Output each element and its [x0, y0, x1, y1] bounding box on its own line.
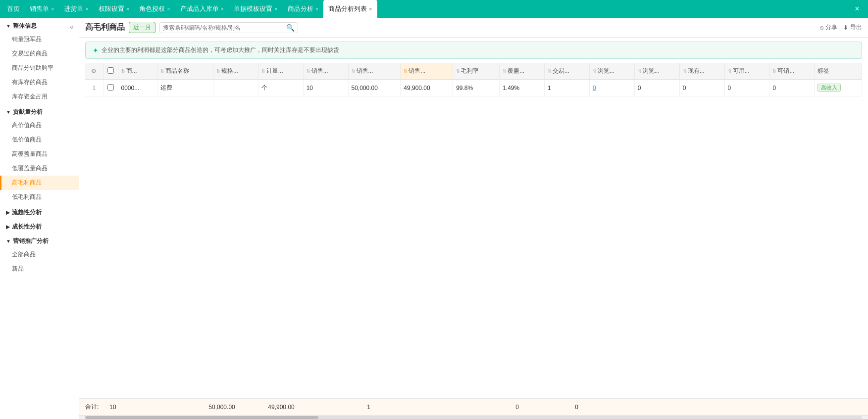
- sidebar-item-distribution[interactable]: 商品分销助购率: [0, 61, 79, 75]
- search-input[interactable]: [163, 24, 286, 31]
- window-close-button[interactable]: ×: [848, 0, 866, 18]
- content-header: 高毛利商品 近一月 🔍 ⎋ 分享 ⬇ 导出: [79, 18, 868, 38]
- row-tag: 高收入: [815, 80, 862, 96]
- nav-sales-order[interactable]: 销售单 ×: [25, 0, 59, 18]
- nav-purchase-order[interactable]: 进货单 ×: [59, 0, 93, 18]
- footer-sales-qty: 10: [106, 404, 205, 411]
- sidebar-item-in-stock[interactable]: 有库存的商品: [0, 75, 79, 90]
- nav-role[interactable]: 角色授权 ×: [134, 0, 175, 18]
- search-box: 🔍: [159, 22, 298, 33]
- row-browse2: 0: [634, 80, 679, 96]
- page-title: 高毛利商品: [85, 22, 125, 33]
- scrollbar-thumb[interactable]: [85, 416, 318, 419]
- row-current-stock: 0: [679, 80, 724, 96]
- col-header-browse2[interactable]: ⇅浏览...: [634, 63, 679, 80]
- row-sales-profit: 49,900.00: [401, 80, 453, 96]
- nav-home[interactable]: 首页: [2, 0, 25, 18]
- group-arrow-growth: ▶: [6, 224, 10, 230]
- row-name: 运费: [157, 80, 213, 96]
- col-header-coverage[interactable]: ⇅覆盖...: [500, 63, 545, 80]
- col-header-browse1[interactable]: ⇅浏览...: [589, 63, 634, 80]
- footer-sellable: 0: [572, 404, 612, 411]
- footer-values: 10 50,000.00 49,900.00 1 0 0: [106, 404, 612, 411]
- sidebar-item-high-value[interactable]: 高价值商品: [0, 118, 79, 133]
- select-all-checkbox[interactable]: [107, 67, 114, 74]
- nav-product-warehouse[interactable]: 产成品入库单 ×: [175, 0, 229, 18]
- nav-product-analysis[interactable]: 商品分析 ×: [283, 0, 323, 18]
- col-header-sales-qty[interactable]: ⇅销售...: [303, 63, 348, 80]
- sidebar-item-new-products[interactable]: 新品: [0, 262, 79, 276]
- row-coverage: 1.49%: [500, 80, 545, 96]
- col-header-sellable[interactable]: ⇅可销...: [769, 63, 815, 80]
- group-arrow-trend: ▶: [6, 210, 10, 215]
- row-checkbox[interactable]: [107, 84, 114, 91]
- sidebar-group-trend[interactable]: ▶ 流趋性分析: [0, 204, 79, 219]
- nav-permission[interactable]: 权限设置 ×: [94, 0, 134, 18]
- sidebar-item-low-margin[interactable]: 低毛利商品: [0, 190, 79, 204]
- nav-close-analysis[interactable]: ×: [315, 6, 318, 12]
- row-browse1[interactable]: 0: [589, 80, 634, 96]
- row-gross-rate: 99.8%: [453, 80, 500, 96]
- search-icon[interactable]: 🔍: [286, 24, 295, 32]
- footer-current-stock: 0: [512, 404, 572, 411]
- col-header-spec[interactable]: ⇅规格...: [213, 63, 258, 80]
- nav-right: ×: [848, 0, 866, 18]
- nav-close-permission[interactable]: ×: [126, 6, 129, 12]
- footer-summary: 合计: 10 50,000.00 49,900.00 1 0 0: [79, 398, 868, 415]
- export-button[interactable]: ⬇ 导出: [843, 23, 862, 32]
- sidebar: « ▼ 整体信息 销量冠军品 交易过的商品 商品分销助购率 有库存的商品 库存资…: [0, 18, 79, 419]
- group-arrow-contribution: ▼: [6, 109, 11, 115]
- share-button[interactable]: ⎋ 分享: [820, 23, 837, 32]
- row-unit: 个: [258, 80, 303, 96]
- col-header-gross-rate[interactable]: ⇅毛利率: [453, 63, 500, 80]
- col-header-current-stock[interactable]: ⇅现有...: [679, 63, 724, 80]
- col-header-unit[interactable]: ⇅计量...: [258, 63, 303, 80]
- export-icon: ⬇: [843, 24, 848, 31]
- col-header-available[interactable]: ⇅可用...: [724, 63, 769, 80]
- nav-template[interactable]: 单据模板设置 ×: [229, 0, 282, 18]
- nav-close-role[interactable]: ×: [167, 6, 170, 12]
- col-header-transaction[interactable]: ⇅交易...: [545, 63, 590, 80]
- sidebar-item-low-value[interactable]: 低价值商品: [0, 133, 79, 147]
- sidebar-item-high-margin[interactable]: 高毛利商品: [0, 176, 79, 190]
- col-header-settings[interactable]: ⚙: [85, 63, 103, 80]
- sidebar-item-traded[interactable]: 交易过的商品: [0, 47, 79, 61]
- col-header-tag[interactable]: 标签: [815, 63, 862, 80]
- table-row: 1 0000... 运费 个 10 50,000.00 49,900.00 99…: [85, 80, 862, 96]
- col-header-checkbox[interactable]: [103, 63, 118, 80]
- nav-analysis-list[interactable]: 商品分析列表 ×: [323, 0, 377, 18]
- product-table: ⚙ ⇅商... ⇅商品名称 ⇅规格... ⇅计量... ⇅销售... ⇅销售..…: [85, 63, 862, 96]
- sidebar-group-contribution[interactable]: ▼ 贡献量分析: [0, 104, 79, 118]
- horizontal-scrollbar[interactable]: [79, 415, 868, 419]
- sidebar-group-growth[interactable]: ▶ 成长性分析: [0, 219, 79, 233]
- row-index: 1: [85, 80, 103, 96]
- nav-close-sales[interactable]: ×: [51, 6, 54, 12]
- table-wrapper[interactable]: ⚙ ⇅商... ⇅商品名称 ⇅规格... ⇅计量... ⇅销售... ⇅销售..…: [85, 63, 862, 398]
- sidebar-item-top-sales[interactable]: 销量冠军品: [0, 32, 79, 47]
- nav-close-warehouse[interactable]: ×: [221, 6, 224, 12]
- group-arrow-overall: ▼: [6, 23, 11, 29]
- content-area: 高毛利商品 近一月 🔍 ⎋ 分享 ⬇ 导出 ✦ 企业的主要的利润都是这部分商品创…: [79, 18, 868, 419]
- footer-transaction: 1: [364, 404, 512, 411]
- sidebar-collapse-button[interactable]: «: [67, 22, 77, 32]
- sidebar-item-stock-capital[interactable]: 库存资金占用: [0, 90, 79, 104]
- col-header-sales-profit[interactable]: ⇅销售...: [401, 63, 453, 80]
- nav-close-analysis-list[interactable]: ×: [369, 6, 372, 12]
- sidebar-group-marketing[interactable]: ▼ 营销推广分析: [0, 233, 79, 247]
- row-spec: [213, 80, 258, 96]
- col-header-code[interactable]: ⇅商...: [118, 63, 157, 80]
- sidebar-item-all-products[interactable]: 全部商品: [0, 247, 79, 262]
- col-header-name[interactable]: ⇅商品名称: [157, 63, 213, 80]
- nav-close-purchase[interactable]: ×: [85, 6, 88, 12]
- sidebar-item-low-coverage[interactable]: 低覆盖量商品: [0, 161, 79, 176]
- nav-close-template[interactable]: ×: [274, 6, 277, 12]
- share-icon: ⎋: [820, 24, 823, 31]
- footer-label: 合计:: [85, 403, 99, 411]
- sidebar-item-high-coverage[interactable]: 高覆盖量商品: [0, 147, 79, 161]
- date-filter-button[interactable]: 近一月: [129, 22, 155, 33]
- header-actions: ⎋ 分享 ⬇ 导出: [820, 23, 862, 32]
- info-icon: ✦: [93, 47, 99, 54]
- row-transaction: 1: [545, 80, 590, 96]
- col-header-sales-amount[interactable]: ⇅销售...: [348, 63, 401, 80]
- footer-sales-amount: 50,000.00: [205, 404, 265, 411]
